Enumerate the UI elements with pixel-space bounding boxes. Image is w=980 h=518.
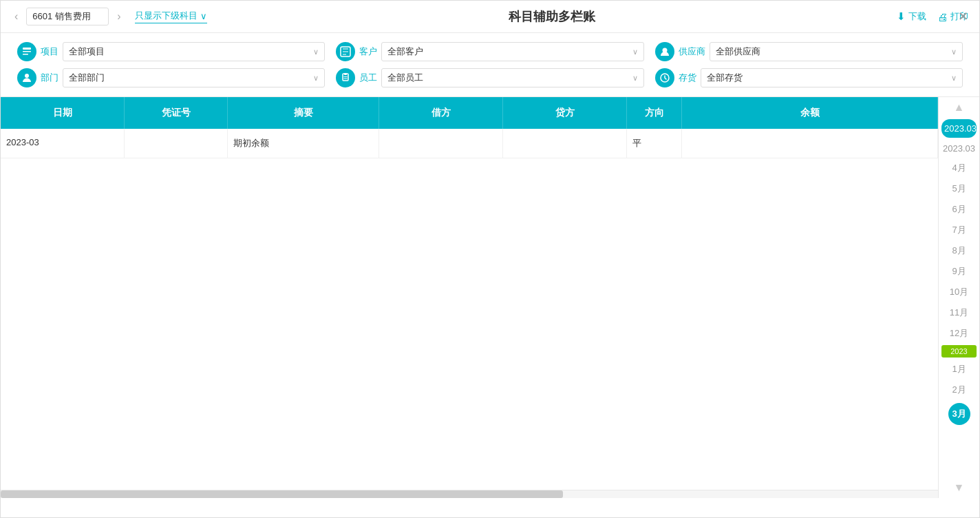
cell-debit bbox=[379, 129, 503, 158]
employee-icon bbox=[336, 68, 355, 87]
period-item-5[interactable]: 5月 bbox=[939, 178, 979, 199]
download-label: 下载 bbox=[908, 10, 926, 23]
chevron-down-icon: ∨ bbox=[313, 48, 319, 56]
department-filter: 部门 全部部门 ∨ bbox=[12, 65, 330, 91]
supplier-label: 供应商 bbox=[679, 45, 705, 58]
header-direction: 方向 bbox=[627, 97, 682, 129]
svg-rect-9 bbox=[344, 79, 348, 79]
supplier-select-value: 全部供应商 bbox=[716, 45, 948, 58]
page-title: 科目辅助多栏账 bbox=[213, 8, 891, 25]
supplier-icon bbox=[655, 42, 674, 61]
period-item-6[interactable]: 6月 bbox=[939, 199, 979, 220]
period-item-11[interactable]: 11月 bbox=[939, 302, 979, 323]
cell-summary: 期初余额 bbox=[228, 129, 379, 158]
table-area: 日期 凭证号 摘要 借方 贷方 方向 余额 2023-03 期初余额 平 bbox=[1, 97, 938, 498]
account-code-text: 6601 销售费用 bbox=[32, 10, 91, 23]
svg-rect-8 bbox=[344, 76, 348, 77]
header-voucher: 凭证号 bbox=[125, 97, 228, 129]
nav-next-button[interactable]: › bbox=[114, 9, 123, 24]
customer-icon bbox=[336, 42, 355, 61]
period-item-1[interactable]: 1月 bbox=[939, 359, 979, 380]
chevron-down-icon: ∨ bbox=[951, 74, 957, 83]
svg-rect-1 bbox=[23, 51, 31, 52]
header-summary: 摘要 bbox=[228, 97, 379, 129]
right-panel: ▲ 2023.03 2023.03 4月 5月 6月 7月 8月 9月 10月 … bbox=[938, 97, 979, 498]
inventory-select[interactable]: 全部存货 ∨ bbox=[701, 68, 963, 87]
filters-area: 项目 全部项目 ∨ 客户 全部客户 ∨ bbox=[1, 33, 979, 97]
chevron-down-icon: ∨ bbox=[200, 11, 207, 21]
project-label: 项目 bbox=[41, 45, 58, 58]
cell-balance bbox=[682, 129, 938, 158]
year-badge-2023[interactable]: 2023 bbox=[941, 345, 977, 358]
department-select-value: 全部部门 bbox=[69, 72, 310, 84]
project-select[interactable]: 全部项目 ∨ bbox=[63, 42, 325, 61]
project-filter: 项目 全部项目 ∨ bbox=[12, 39, 330, 65]
supplier-filter: 供应商 全部供应商 ∨ bbox=[650, 39, 968, 65]
close-button[interactable]: ✕ bbox=[958, 9, 968, 24]
horizontal-scrollbar[interactable] bbox=[1, 490, 938, 498]
customer-label: 客户 bbox=[359, 45, 377, 58]
scroll-down-button[interactable]: ▼ bbox=[939, 477, 979, 498]
show-sub-label: 只显示下级科目 bbox=[135, 10, 198, 22]
main-content: 日期 凭证号 摘要 借方 贷方 方向 余额 2023-03 期初余额 平 bbox=[1, 97, 979, 498]
project-icon bbox=[17, 42, 36, 61]
inventory-select-value: 全部存货 bbox=[707, 72, 948, 84]
account-code-display: 6601 销售费用 bbox=[26, 8, 109, 25]
table-body: 2023-03 期初余额 平 bbox=[1, 129, 938, 158]
period-item-10[interactable]: 10月 bbox=[939, 282, 979, 302]
table-header: 日期 凭证号 摘要 借方 贷方 方向 余额 bbox=[1, 97, 938, 129]
header-credit: 贷方 bbox=[503, 97, 627, 129]
period-item-4[interactable]: 4月 bbox=[939, 158, 979, 178]
department-icon bbox=[17, 68, 36, 87]
period-item-7[interactable]: 7月 bbox=[939, 220, 979, 240]
inventory-filter: 存货 全部存货 ∨ bbox=[650, 65, 968, 91]
period-item-9[interactable]: 9月 bbox=[939, 261, 979, 282]
customer-select[interactable]: 全部客户 ∨ bbox=[381, 42, 643, 61]
department-label: 部门 bbox=[41, 72, 58, 84]
show-sub-accounts-button[interactable]: 只显示下级科目 ∨ bbox=[135, 10, 207, 23]
svg-rect-2 bbox=[23, 54, 28, 55]
table-row: 2023-03 期初余额 平 bbox=[1, 129, 938, 158]
cell-date: 2023-03 bbox=[1, 129, 125, 158]
scrollbar-thumb[interactable] bbox=[1, 490, 563, 498]
inventory-icon bbox=[655, 68, 674, 87]
cell-credit bbox=[503, 129, 627, 158]
supplier-select[interactable]: 全部供应商 ∨ bbox=[710, 42, 963, 61]
toolbar: ‹ 6601 销售费用 › 只显示下级科目 ∨ 科目辅助多栏账 ⬇ 下载 🖨 打… bbox=[1, 1, 979, 33]
project-select-value: 全部项目 bbox=[69, 45, 310, 58]
employee-label: 员工 bbox=[359, 72, 377, 84]
main-window: ✕ ‹ 6601 销售费用 › 只显示下级科目 ∨ 科目辅助多栏账 ⬇ 下载 🖨… bbox=[0, 0, 980, 518]
department-select[interactable]: 全部部门 ∨ bbox=[63, 68, 325, 87]
download-button[interactable]: ⬇ 下载 bbox=[897, 10, 926, 23]
period-item-3-current[interactable]: 3月 bbox=[948, 403, 970, 425]
chevron-down-icon: ∨ bbox=[951, 48, 957, 56]
employee-filter: 员工 全部员工 ∨ bbox=[330, 65, 649, 91]
chevron-down-icon: ∨ bbox=[313, 74, 319, 83]
chevron-down-icon: ∨ bbox=[632, 74, 638, 83]
employee-select-value: 全部员工 bbox=[387, 72, 629, 84]
customer-select-value: 全部客户 bbox=[387, 45, 629, 58]
period-item-2[interactable]: 2月 bbox=[939, 380, 979, 400]
inventory-label: 存货 bbox=[679, 72, 696, 84]
print-icon: 🖨 bbox=[937, 11, 948, 23]
svg-point-5 bbox=[25, 74, 29, 78]
header-balance: 余额 bbox=[682, 97, 938, 129]
svg-rect-7 bbox=[344, 73, 347, 75]
customer-filter: 客户 全部客户 ∨ bbox=[330, 39, 649, 65]
chevron-down-icon: ∨ bbox=[632, 48, 638, 56]
download-icon: ⬇ bbox=[897, 10, 906, 23]
scroll-up-button[interactable]: ▲ bbox=[939, 97, 979, 118]
period-item-2023-03-second[interactable]: 2023.03 bbox=[939, 139, 979, 158]
nav-prev-button[interactable]: ‹ bbox=[12, 9, 21, 24]
cell-direction: 平 bbox=[627, 129, 682, 158]
header-debit: 借方 bbox=[379, 97, 503, 129]
employee-select[interactable]: 全部员工 ∨ bbox=[381, 68, 643, 87]
period-item-2023-03-first[interactable]: 2023.03 bbox=[941, 119, 977, 138]
svg-rect-0 bbox=[23, 48, 31, 50]
period-item-8[interactable]: 8月 bbox=[939, 240, 979, 261]
cell-voucher bbox=[125, 129, 228, 158]
period-item-12[interactable]: 12月 bbox=[939, 323, 979, 344]
header-date: 日期 bbox=[1, 97, 125, 129]
